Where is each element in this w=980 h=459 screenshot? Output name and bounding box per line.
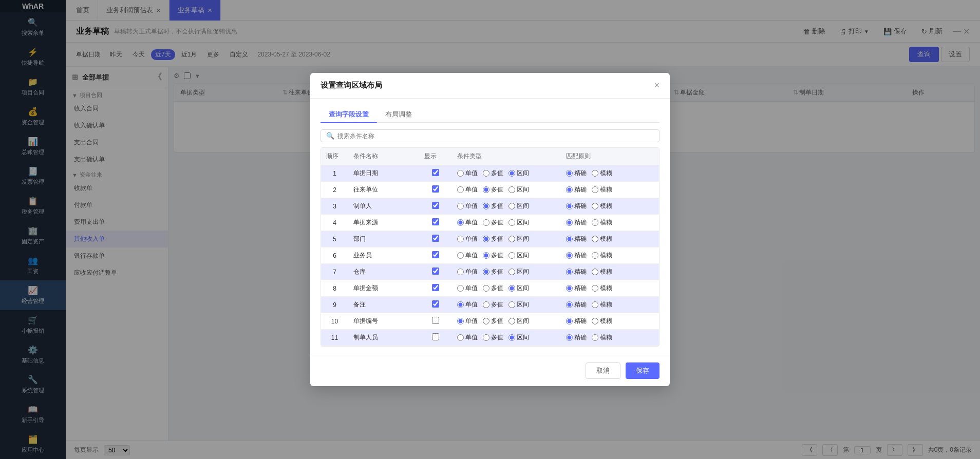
cell-match-4[interactable]: 精确模糊 — [561, 215, 659, 231]
cell-display-8[interactable] — [419, 280, 452, 297]
radio-match-精确-11[interactable]: 精确 — [566, 333, 587, 342]
cell-type-1[interactable]: 单值多值区间 — [452, 165, 561, 182]
cell-match-7[interactable]: 精确模糊 — [561, 264, 659, 280]
radio-match-模糊-10[interactable]: 模糊 — [592, 317, 612, 326]
cell-display-4[interactable] — [419, 215, 452, 231]
radio-match-模糊-5[interactable]: 模糊 — [592, 235, 612, 243]
radio-type-多值-10[interactable]: 多值 — [483, 317, 503, 326]
cell-display-9[interactable] — [419, 297, 452, 313]
cell-type-4[interactable]: 单值多值区间 — [452, 215, 561, 231]
radio-type-单值-1[interactable]: 单值 — [457, 169, 478, 178]
radio-match-精确-7[interactable]: 精确 — [566, 267, 587, 276]
radio-match-模糊-7[interactable]: 模糊 — [592, 267, 612, 276]
checkbox-display-4[interactable] — [432, 218, 439, 225]
radio-type-单值-5[interactable]: 单值 — [457, 235, 478, 243]
radio-match-精确-4[interactable]: 精确 — [566, 218, 587, 227]
checkbox-display-2[interactable] — [432, 185, 439, 193]
radio-match-精确-2[interactable]: 精确 — [566, 185, 587, 194]
radio-type-多值-3[interactable]: 多值 — [483, 202, 503, 211]
radio-type-多值-4[interactable]: 多值 — [483, 218, 503, 227]
radio-type-单值-10[interactable]: 单值 — [457, 317, 478, 326]
radio-type-区间-3[interactable]: 区间 — [508, 202, 529, 211]
radio-type-单值-6[interactable]: 单值 — [457, 251, 478, 260]
checkbox-display-3[interactable] — [432, 202, 439, 209]
radio-match-模糊-11[interactable]: 模糊 — [592, 333, 612, 342]
cell-match-10[interactable]: 精确模糊 — [561, 313, 659, 330]
radio-match-精确-6[interactable]: 精确 — [566, 251, 587, 260]
checkbox-display-1[interactable] — [432, 169, 439, 176]
cell-type-7[interactable]: 单值多值区间 — [452, 264, 561, 280]
radio-match-模糊-8[interactable]: 模糊 — [592, 284, 612, 293]
cell-type-10[interactable]: 单值多值区间 — [452, 313, 561, 330]
radio-type-多值-9[interactable]: 多值 — [483, 300, 503, 309]
radio-match-精确-5[interactable]: 精确 — [566, 235, 587, 243]
radio-type-单值-2[interactable]: 单值 — [457, 185, 478, 194]
radio-type-区间-11[interactable]: 区间 — [508, 333, 529, 342]
radio-match-模糊-3[interactable]: 模糊 — [592, 202, 612, 211]
cell-type-8[interactable]: 单值多值区间 — [452, 280, 561, 297]
radio-type-区间-1[interactable]: 区间 — [508, 169, 529, 178]
cell-display-7[interactable] — [419, 264, 452, 280]
checkbox-display-5[interactable] — [432, 235, 439, 242]
radio-type-区间-9[interactable]: 区间 — [508, 300, 529, 309]
radio-type-区间-2[interactable]: 区间 — [508, 185, 529, 194]
cell-display-2[interactable] — [419, 182, 452, 198]
radio-match-模糊-6[interactable]: 模糊 — [592, 251, 612, 260]
cell-display-11[interactable] — [419, 330, 452, 346]
radio-type-单值-8[interactable]: 单值 — [457, 284, 478, 293]
radio-type-多值-7[interactable]: 多值 — [483, 267, 503, 276]
radio-match-精确-1[interactable]: 精确 — [566, 169, 587, 178]
radio-type-多值-2[interactable]: 多值 — [483, 185, 503, 194]
radio-type-区间-6[interactable]: 区间 — [508, 251, 529, 260]
cell-type-3[interactable]: 单值多值区间 — [452, 198, 561, 215]
radio-type-多值-6[interactable]: 多值 — [483, 251, 503, 260]
radio-type-单值-9[interactable]: 单值 — [457, 300, 478, 309]
cell-match-6[interactable]: 精确模糊 — [561, 247, 659, 264]
radio-match-精确-9[interactable]: 精确 — [566, 300, 587, 309]
cell-display-10[interactable] — [419, 313, 452, 330]
cell-match-3[interactable]: 精确模糊 — [561, 198, 659, 215]
cell-match-11[interactable]: 精确模糊 — [561, 330, 659, 346]
cell-display-3[interactable] — [419, 198, 452, 215]
radio-match-模糊-9[interactable]: 模糊 — [592, 300, 612, 309]
radio-type-多值-8[interactable]: 多值 — [483, 284, 503, 293]
modal-tab-query-fields[interactable]: 查询字段设置 — [321, 107, 377, 123]
cell-type-5[interactable]: 单值多值区间 — [452, 231, 561, 247]
checkbox-display-8[interactable] — [432, 284, 439, 291]
cell-type-2[interactable]: 单值多值区间 — [452, 182, 561, 198]
checkbox-display-11[interactable] — [432, 333, 439, 340]
checkbox-display-7[interactable] — [432, 267, 439, 275]
radio-type-区间-5[interactable]: 区间 — [508, 235, 529, 243]
modal-tab-layout[interactable]: 布局调整 — [377, 107, 420, 123]
radio-type-单值-3[interactable]: 单值 — [457, 202, 478, 211]
radio-match-模糊-4[interactable]: 模糊 — [592, 218, 612, 227]
radio-type-单值-7[interactable]: 单值 — [457, 267, 478, 276]
radio-type-区间-4[interactable]: 区间 — [508, 218, 529, 227]
checkbox-display-6[interactable] — [432, 251, 439, 258]
radio-match-模糊-2[interactable]: 模糊 — [592, 185, 612, 194]
checkbox-display-9[interactable] — [432, 300, 439, 308]
radio-type-多值-11[interactable]: 多值 — [483, 333, 503, 342]
radio-type-单值-11[interactable]: 单值 — [457, 333, 478, 342]
cell-match-8[interactable]: 精确模糊 — [561, 280, 659, 297]
checkbox-display-10[interactable] — [432, 317, 439, 324]
radio-match-精确-8[interactable]: 精确 — [566, 284, 587, 293]
radio-type-区间-8[interactable]: 区间 — [508, 284, 529, 293]
radio-type-多值-1[interactable]: 多值 — [483, 169, 503, 178]
radio-match-精确-3[interactable]: 精确 — [566, 202, 587, 211]
cell-type-6[interactable]: 单值多值区间 — [452, 247, 561, 264]
cell-match-1[interactable]: 精确模糊 — [561, 165, 659, 182]
cell-match-5[interactable]: 精确模糊 — [561, 231, 659, 247]
cell-type-11[interactable]: 单值多值区间 — [452, 330, 561, 346]
cell-display-1[interactable] — [419, 165, 452, 182]
cell-match-2[interactable]: 精确模糊 — [561, 182, 659, 198]
radio-type-多值-5[interactable]: 多值 — [483, 235, 503, 243]
cell-display-6[interactable] — [419, 247, 452, 264]
radio-type-区间-7[interactable]: 区间 — [508, 267, 529, 276]
modal-search-input[interactable] — [337, 132, 654, 140]
cell-match-9[interactable]: 精确模糊 — [561, 297, 659, 313]
radio-type-单值-4[interactable]: 单值 — [457, 218, 478, 227]
cell-display-5[interactable] — [419, 231, 452, 247]
modal-close-button[interactable]: × — [654, 80, 659, 91]
radio-match-模糊-1[interactable]: 模糊 — [592, 169, 612, 178]
